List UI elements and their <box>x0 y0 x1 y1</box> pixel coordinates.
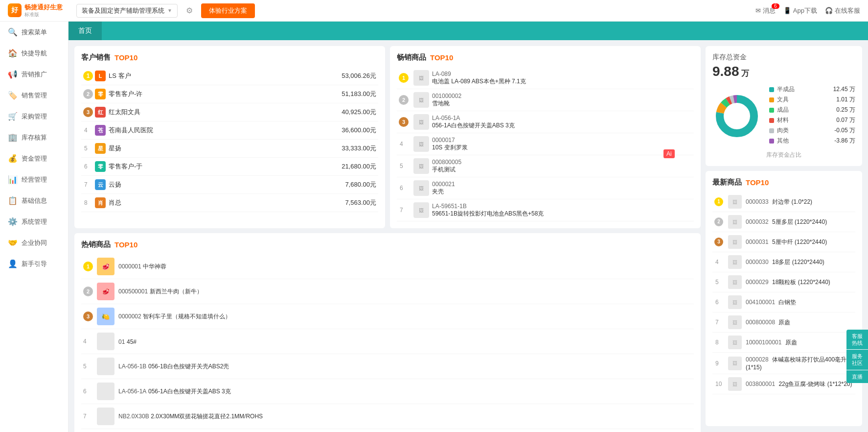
bestselling-list: 1 🖼 LA-089 电池盖 LA-089 ABS本色+黑种 7.1克 <box>397 67 694 221</box>
message-button[interactable]: ✉ 消息 6 <box>755 6 776 15</box>
rank: 7 <box>83 413 93 420</box>
hot-name: 中华神蓉 <box>143 263 166 270</box>
product-thumbnail: 🖼 <box>413 136 429 152</box>
inventory-total: 9.88 万 <box>712 64 855 79</box>
bestselling-panel: 畅销商品 TOP10 1 🖼 LA-089 <box>390 46 701 228</box>
app-download-button[interactable]: 📱 App下载 <box>783 6 817 15</box>
hot-code: LA-056-1B <box>118 363 146 370</box>
product-info: LA-056-1A 056-1A白色按键开关盖ABS 3克 <box>432 115 692 130</box>
sidebar-item-finance[interactable]: 💰 资金管理 <box>0 148 68 169</box>
np-thumbnail: 🖼 <box>728 235 742 249</box>
product-code: 000800005 <box>432 159 692 166</box>
new-products-label: 最新商品 <box>712 178 742 187</box>
float-community-btn[interactable]: 服务社区 <box>846 350 868 370</box>
np-name: 5厘中纤 (1220*2440) <box>772 239 827 245</box>
np-name: 封边带 (1.0*22) <box>772 198 812 205</box>
ai-badge: Ai <box>663 149 675 158</box>
page-content: 客户销售 TOP10 1 L LS 客户 53,006.26元 <box>69 40 868 432</box>
product-info: 0000017 10S 变刹罗浆 <box>432 137 692 152</box>
sidebar-item-sales[interactable]: 🏷️ 销售管理 <box>0 85 68 106</box>
customer-sales-label: 客户销售 <box>81 53 111 62</box>
system-selector[interactable]: 装备及固定资产辅助管理系统 ▼ <box>76 4 178 18</box>
list-item: 3 🖼 LA-056-1A 056-1A白色按键开关盖ABS 3克 <box>397 111 694 133</box>
product-name: 电池盖 LA-089 ABS本色+黑种 7.1克 <box>432 77 692 86</box>
sidebar-item-operation[interactable]: 📊 经营管理 <box>0 169 68 190</box>
np-code: 0000032 <box>746 218 769 225</box>
sidebar-item-system[interactable]: ⚙️ 系统管理 <box>0 211 68 232</box>
service-label: 在线客服 <box>835 6 860 15</box>
table-row: 5 星 星扬 33,333.00元 <box>81 140 378 158</box>
np-info: 0000032 5厘多层 (1220*2440) <box>746 218 853 226</box>
hot-code: 01 <box>118 338 125 345</box>
np-name: 18颗粒板 (1220*2440) <box>772 279 830 286</box>
product-info: LA-089 电池盖 LA-089 ABS本色+黑种 7.1克 <box>432 71 692 86</box>
list-item: 5 🖼 000800005 手机测试 <box>397 155 694 177</box>
np-info: 0000033 封边带 (1.0*22) <box>746 198 853 206</box>
rank-1: 1 <box>399 73 411 83</box>
hot-product-thumbnail <box>97 333 114 350</box>
sidebar-item-newuser[interactable]: 👤 新手引导 <box>0 253 68 274</box>
gear-button[interactable]: ⚙ <box>183 4 196 18</box>
table-row: 7 云 云扬 7,680.00元 <box>81 176 378 194</box>
customer-amount: 40,925.00元 <box>342 108 376 117</box>
float-live-btn[interactable]: 直播 <box>846 370 868 383</box>
sidebar-item-purchase[interactable]: 🛒 采购管理 <box>0 106 68 127</box>
sidebar-label-newuser: 新手引导 <box>22 260 47 268</box>
inventory-amount: 9.88 <box>712 64 739 79</box>
product-code: 0000017 <box>432 137 692 144</box>
tab-home[interactable]: 首页 <box>69 22 102 40</box>
legend-item: 半成品 12.45 万 <box>769 85 855 94</box>
message-icon: ✉ <box>755 7 761 14</box>
customer-name: 零售客户-于 <box>109 162 342 171</box>
rank-2: 2 <box>714 217 724 226</box>
logo-title: 畅捷通好生意 <box>24 3 63 12</box>
np-code: 000800008 <box>746 319 775 326</box>
legend-value: 1.01 万 <box>836 96 855 104</box>
list-item: 4 01 45# <box>81 329 694 354</box>
hot-product-thumbnail <box>97 383 114 400</box>
float-buttons: 客服热线 服务社区 直播 <box>846 330 868 383</box>
table-row: 3 红 红太阳文具 40,925.00元 <box>81 103 378 121</box>
legend-item: 成品 0.25 万 <box>769 106 855 114</box>
sidebar-item-cooperation[interactable]: 🤝 企业协同 <box>0 232 68 253</box>
product-name: 夹壳 <box>432 188 692 196</box>
hot-product-thumbnail <box>97 408 114 425</box>
sidebar-label-inventory: 库存核算 <box>22 133 47 142</box>
hot-name: 056-1B白色按键开关壳ABS2壳 <box>148 363 229 370</box>
sidebar-item-marketing[interactable]: 📢 营销推广 <box>0 64 68 85</box>
rank: 6 <box>83 388 93 395</box>
customer-amount: 36,600.00元 <box>342 126 376 135</box>
sidebar-item-inventory[interactable]: 🏢 库存核算 <box>0 127 68 148</box>
legend-item: 其他 -3.86 万 <box>769 137 855 145</box>
hot-name: 新西兰牛肉（新牛） <box>150 288 203 295</box>
product-name: 59651-1B旋转投影灯电池盒ABS黑色+58克 <box>432 210 692 218</box>
rank: 4 <box>83 338 93 345</box>
hot-name: 2.0X30MM双搓花轴搓花直径2.1MM/ROHS <box>151 413 263 420</box>
list-icon: 📋 <box>8 196 18 205</box>
list-item: 7 🖼 000800008 原盎 <box>712 312 855 333</box>
float-service-btn[interactable]: 客服热线 <box>846 330 868 350</box>
sidebar-item-quicknav[interactable]: 🏠 快捷导航 <box>0 43 68 64</box>
content-area: 首页 客户销售 TOP10 <box>69 22 868 432</box>
sidebar-label-finance: 资金管理 <box>22 154 47 163</box>
np-thumbnail: 🖼 <box>728 195 742 209</box>
list-item: 1 🖼 0000033 封边带 (1.0*22) <box>712 192 855 212</box>
headset-icon: 🎧 <box>825 7 833 14</box>
np-info: 003800001 22g鱼豆腐-烧烤味 (1*12*20) <box>746 380 853 388</box>
np-code: 10000100001 <box>746 339 781 346</box>
legend-label: 半成品 <box>777 85 830 94</box>
sidebar: 🔍 搜索菜单 🏠 快捷导航 📢 营销推广 🏷️ 销售管理 🛒 采购管理 🏢 库存… <box>0 22 69 432</box>
product-name: 雪地靴 <box>432 99 692 108</box>
customer-amount: 7,563.00元 <box>345 198 376 207</box>
trial-button[interactable]: 体验行业方案 <box>201 3 255 18</box>
inventory-legend: 半成品 12.45 万 文具 1.01 万 成品 0 <box>769 85 855 147</box>
sidebar-item-basic[interactable]: 📋 基础信息 <box>0 190 68 211</box>
sidebar-item-search[interactable]: 🔍 搜索菜单 <box>0 22 68 43</box>
customer-sales-title: 客户销售 TOP10 <box>81 53 378 62</box>
inventory-unit: 万 <box>741 69 749 77</box>
np-info: 0000031 5厘中纤 (1220*2440) <box>746 238 853 246</box>
online-service-button[interactable]: 🎧 在线客服 <box>825 6 860 15</box>
product-thumbnail: 🖼 <box>413 180 429 196</box>
legend-item: 材料 0.07 万 <box>769 116 855 124</box>
list-item: 5 🖼 0000029 18颗粒板 (1220*2440) <box>712 272 855 292</box>
